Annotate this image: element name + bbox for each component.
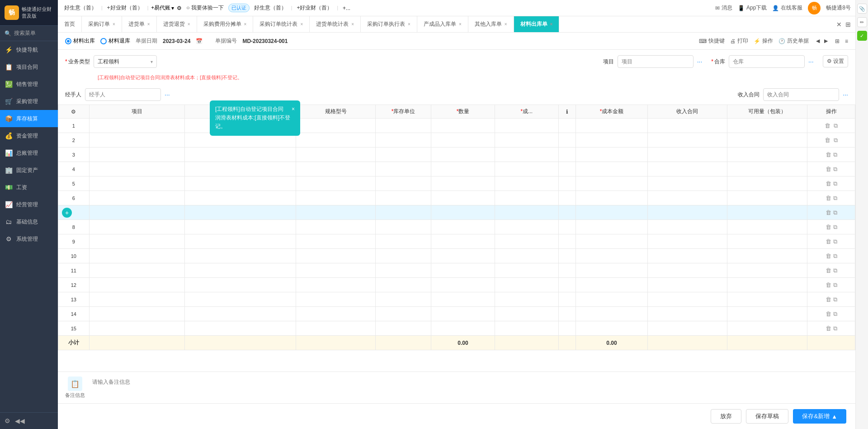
- sidebar-item-purchase[interactable]: 🛒 采购管理: [0, 93, 58, 110]
- tab-close-purchase-fee[interactable]: ×: [244, 22, 247, 27]
- row-2-project[interactable]: [89, 133, 184, 148]
- topbar-settings-icon[interactable]: ⚙: [177, 5, 182, 11]
- tab-goods-receipt[interactable]: 进货单×: [122, 16, 157, 33]
- list-view-icon[interactable]: ≡: [845, 38, 848, 44]
- sidebar-item-finance[interactable]: 💰 资金管理: [0, 127, 58, 144]
- row-5-delete-btn[interactable]: 🗑: [825, 179, 832, 188]
- row-15-copy-btn[interactable]: ⧉: [832, 324, 838, 333]
- sidebar-item-basic-info[interactable]: 🗂 基础信息: [0, 213, 58, 230]
- settings-icon[interactable]: ⚙: [5, 417, 10, 424]
- row-13-copy-btn[interactable]: ⧉: [832, 295, 838, 304]
- row-14-copy-btn[interactable]: ⧉: [832, 310, 838, 319]
- topbar-easy-account[interactable]: +易代账 ▾: [151, 4, 174, 12]
- row-8-copy-btn[interactable]: ⧉: [832, 223, 838, 232]
- sidebar-item-sales[interactable]: 💹 销售管理: [0, 76, 58, 93]
- tab-close-goods-return[interactable]: ×: [188, 22, 190, 27]
- add-row-project-input[interactable]: [93, 210, 181, 216]
- row-add-copy-btn[interactable]: ⧉: [832, 208, 838, 217]
- row-15-delete-btn[interactable]: 🗑: [825, 324, 832, 333]
- row-1-qty[interactable]: [431, 119, 495, 133]
- sidebar-item-operations[interactable]: 📈 经营管理: [0, 196, 58, 213]
- tab-material-issue[interactable]: 材料出库单×: [514, 16, 560, 33]
- row-1-income-contract[interactable]: [647, 119, 727, 133]
- prev-arrow[interactable]: ◀: [814, 38, 821, 44]
- tab-close-purchase-order[interactable]: ×: [113, 22, 115, 27]
- topbar-good-finance2[interactable]: +好业财（首）: [295, 4, 334, 12]
- handler-input[interactable]: [85, 88, 161, 101]
- settings-btn[interactable]: ⚙ 设置: [823, 55, 848, 67]
- row-6-delete-btn[interactable]: 🗑: [825, 194, 832, 202]
- row-5-copy-btn[interactable]: ⧉: [832, 179, 838, 188]
- sidebar-search[interactable]: 🔍 搜索菜单: [0, 26, 58, 41]
- tab-purchase-order[interactable]: 采购订单×: [82, 16, 122, 33]
- sidebar-item-quick-nav[interactable]: ⚡ 快捷导航: [0, 41, 58, 58]
- sidebar-item-project[interactable]: 📋 项目合同: [0, 58, 58, 76]
- row-2-unit[interactable]: [375, 133, 431, 148]
- row-10-delete-btn[interactable]: 🗑: [825, 252, 832, 260]
- row-2-delete-btn[interactable]: 🗑: [824, 136, 831, 144]
- right-panel-edit-icon[interactable]: ✏: [857, 17, 867, 27]
- row-1-spec[interactable]: [296, 119, 376, 133]
- row-14-delete-btn[interactable]: 🗑: [825, 310, 832, 318]
- grid-view-icon[interactable]: ⊞: [835, 38, 840, 44]
- topbar-experience[interactable]: ○ 我要体验一下: [184, 4, 226, 12]
- add-row-button[interactable]: +: [62, 208, 72, 218]
- sidebar-item-system[interactable]: ⚙ 系统管理: [0, 230, 58, 248]
- th-settings[interactable]: ⚙: [58, 105, 90, 119]
- tab-close-material-issue[interactable]: ×: [550, 22, 553, 27]
- add-row-material-input[interactable]: [189, 210, 292, 216]
- row-2-qty[interactable]: [431, 133, 495, 148]
- business-type-select[interactable]: 工程领料 ▾: [94, 55, 157, 68]
- tab-close-goods-stat[interactable]: ×: [351, 22, 354, 27]
- tab-purchase-stat[interactable]: 采购订单统计表×: [253, 16, 310, 33]
- tab-layout-icon[interactable]: ⊞: [845, 21, 851, 28]
- warehouse-input[interactable]: [729, 55, 805, 68]
- tab-close-other-receipt[interactable]: ×: [505, 22, 507, 27]
- row-12-delete-btn[interactable]: 🗑: [825, 281, 832, 289]
- row-1-copy-btn[interactable]: ⧉: [833, 121, 839, 130]
- row-4-copy-btn[interactable]: ⧉: [832, 165, 838, 174]
- discard-button[interactable]: 放弃: [711, 409, 741, 424]
- tab-home[interactable]: 首页: [58, 16, 82, 33]
- sidebar-item-payroll[interactable]: 💵 工资: [0, 179, 58, 196]
- row-2-cost-price[interactable]: [495, 133, 558, 148]
- income-contract-input[interactable]: [763, 88, 839, 101]
- user-name[interactable]: 畅捷通8号: [826, 4, 851, 12]
- tab-close-finished-goods[interactable]: ×: [459, 22, 462, 27]
- save-new-button[interactable]: 保存&新增 ▲: [793, 409, 846, 424]
- topbar-service[interactable]: 👤 在线客服: [772, 4, 802, 12]
- project-input[interactable]: [618, 55, 693, 68]
- radio-material-return[interactable]: 材料退库: [100, 37, 130, 45]
- row-11-copy-btn[interactable]: ⧉: [832, 266, 838, 275]
- project-dots[interactable]: ···: [697, 58, 703, 65]
- tab-goods-return[interactable]: 进货退货×: [157, 16, 197, 33]
- row-12-copy-btn[interactable]: ⧉: [832, 281, 838, 290]
- sidebar-item-accounting[interactable]: 📊 总账管理: [0, 144, 58, 162]
- row-2-cost-amount[interactable]: [576, 133, 647, 148]
- tab-close-goods-receipt[interactable]: ×: [147, 22, 150, 27]
- note-input[interactable]: [90, 377, 848, 393]
- collapse-icon[interactable]: ◀◀: [15, 417, 25, 424]
- radio-material-issue[interactable]: 材料出库: [65, 37, 95, 45]
- topbar-good-biz2[interactable]: 好生意（首）: [252, 4, 288, 12]
- row-1-cost-amount[interactable]: [576, 119, 647, 133]
- tab-close-all-icon[interactable]: ✕: [836, 21, 842, 28]
- tab-close-purchase-exec[interactable]: ×: [408, 22, 410, 27]
- row-8-delete-btn[interactable]: 🗑: [825, 223, 832, 231]
- row-13-delete-btn[interactable]: 🗑: [825, 295, 832, 304]
- topbar-message[interactable]: ✉ 消息: [715, 4, 732, 12]
- row-9-copy-btn[interactable]: ⧉: [832, 237, 838, 246]
- row-9-delete-btn[interactable]: 🗑: [825, 237, 832, 246]
- shortcut-btn[interactable]: ⌨ 快捷键: [699, 37, 725, 45]
- row-2-copy-btn[interactable]: ⧉: [833, 136, 839, 145]
- topbar-good-biz[interactable]: 好生意（首）: [62, 4, 99, 12]
- tab-other-receipt[interactable]: 其他入库单×: [468, 16, 514, 33]
- row-2-spec[interactable]: [296, 133, 376, 148]
- tab-finished-goods[interactable]: 产成品入库单×: [417, 16, 468, 33]
- row-11-delete-btn[interactable]: 🗑: [825, 266, 832, 275]
- user-avatar[interactable]: 畅: [808, 2, 821, 14]
- tab-goods-stat[interactable]: 进货单统计表×: [310, 16, 361, 33]
- row-1-project[interactable]: [89, 119, 184, 133]
- next-arrow[interactable]: ▶: [822, 38, 830, 44]
- row-4-delete-btn[interactable]: 🗑: [825, 165, 832, 173]
